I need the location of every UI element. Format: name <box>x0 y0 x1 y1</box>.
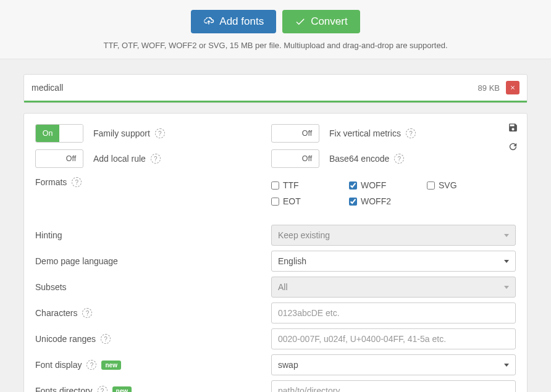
hinting-label: Hinting <box>35 230 271 240</box>
chevron-down-icon <box>504 234 509 237</box>
format-woff2[interactable]: WOFF2 <box>349 193 427 209</box>
reset-icon[interactable] <box>508 141 518 152</box>
demo-lang-label: Demo page language <box>35 256 271 266</box>
format-svg[interactable]: SVG <box>427 177 505 193</box>
convert-button[interactable]: Convert <box>282 10 360 33</box>
fix-vertical-label: Fix vertical metrics ? <box>329 128 416 138</box>
base64-label: Base64 encode ? <box>329 154 404 164</box>
family-support-label: Family support ? <box>93 128 165 138</box>
convert-label: Convert <box>311 15 348 28</box>
font-display-select[interactable]: swap <box>271 354 516 375</box>
demo-lang-select[interactable]: English <box>271 251 516 272</box>
close-icon <box>510 85 516 91</box>
check-icon <box>295 16 306 27</box>
help-icon[interactable]: ? <box>72 177 82 187</box>
help-icon[interactable]: ? <box>151 154 161 164</box>
chevron-down-icon <box>504 286 509 289</box>
format-ttf[interactable]: TTF <box>271 177 349 193</box>
hinting-select[interactable]: Keep existing <box>271 225 516 246</box>
help-icon[interactable]: ? <box>101 334 111 344</box>
help-icon[interactable]: ? <box>155 128 165 138</box>
file-size: 89 KB <box>478 83 500 93</box>
add-fonts-button[interactable]: Add fonts <box>191 10 276 33</box>
font-display-label: Font display ? new <box>35 360 271 370</box>
toggle-off-label: Off <box>295 125 319 142</box>
help-icon[interactable]: ? <box>82 308 92 318</box>
fix-vertical-toggle[interactable]: Off <box>271 124 319 143</box>
format-eot[interactable]: EOT <box>271 193 349 209</box>
characters-input[interactable] <box>271 302 516 323</box>
new-badge: new <box>101 361 120 370</box>
fonts-dir-input[interactable] <box>271 380 516 392</box>
help-icon[interactable]: ? <box>406 128 416 138</box>
upload-hint: TTF, OTF, WOFF, WOFF2 or SVG, 15 MB per … <box>0 41 551 50</box>
file-card: medicall 89 KB <box>23 74 528 103</box>
add-fonts-label: Add fonts <box>219 15 264 28</box>
unicode-input[interactable] <box>271 328 516 349</box>
new-badge: new <box>112 386 132 393</box>
base64-toggle[interactable]: Off <box>271 149 319 168</box>
add-local-label: Add local rule ? <box>93 154 161 164</box>
file-name: medicall <box>32 83 478 93</box>
help-icon[interactable]: ? <box>394 154 404 164</box>
formats-label: Formats ? <box>35 177 82 187</box>
subsets-label: Subsets <box>35 282 271 292</box>
format-woff[interactable]: WOFF <box>349 177 427 193</box>
fonts-dir-label: Fonts directory ? new <box>35 386 271 392</box>
save-icon[interactable] <box>508 122 518 133</box>
remove-file-button[interactable] <box>506 81 519 94</box>
help-icon[interactable]: ? <box>86 360 96 370</box>
family-support-toggle[interactable]: On <box>35 124 83 143</box>
upload-icon <box>203 16 214 27</box>
subsets-select[interactable]: All <box>271 277 516 298</box>
chevron-down-icon <box>504 260 509 263</box>
characters-label: Characters ? <box>35 308 271 318</box>
add-local-toggle[interactable]: Off <box>35 149 83 168</box>
help-icon[interactable]: ? <box>98 386 107 392</box>
options-card: On Family support ? Off Fix vertical met… <box>23 113 528 392</box>
formats-grid: TTF WOFF SVG EOT WOFF2 <box>271 177 507 209</box>
top-bar: Add fonts Convert TTF, OTF, WOFF, WOFF2 … <box>0 0 551 59</box>
toggle-on-label: On <box>36 125 59 142</box>
unicode-label: Unicode ranges ? <box>35 334 271 344</box>
chevron-down-icon <box>504 364 509 367</box>
